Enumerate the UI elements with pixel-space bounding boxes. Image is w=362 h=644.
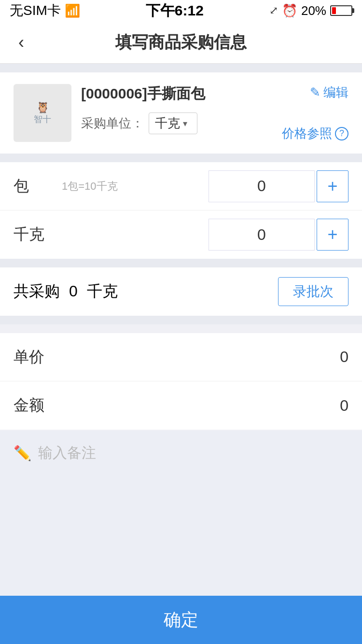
package-plus-icon: + [327,176,337,196]
battery-text: 20% [301,3,326,18]
edit-button[interactable]: ✎ 编辑 [310,84,348,101]
product-card: 🦉 智十 [0000006]手撕面包 采购单位： 千克 ▾ ✎ 编辑 价格参照 … [0,72,362,154]
unit-label: 采购单位： [81,115,144,132]
confirm-button[interactable]: 确定 [0,596,362,644]
total-value: 0 [69,282,78,300]
package-input-row: 包 1包=10千克 0 + [0,162,362,210]
package-value-box[interactable]: 0 [209,170,315,202]
total-row: 共采购 0 千克 录批次 [0,267,362,316]
location-icon: ⤢ [269,4,278,17]
kg-plus-icon: + [327,224,337,245]
unit-price-value: 0 [340,348,348,366]
package-plus-button[interactable]: + [317,170,348,202]
logo-text: 智十 [34,115,51,124]
nav-bar: ‹ 填写商品采购信息 [0,21,362,64]
unit-select[interactable]: 千克 ▾ [149,112,197,134]
product-image: 🦉 智十 [14,84,71,142]
kg-value-box[interactable]: 0 [209,219,315,251]
unit-value: 千克 [155,115,180,132]
wifi-icon: 📶 [65,3,80,18]
edit-icon: ✎ [310,85,320,100]
amount-row: 金额 0 [0,381,362,430]
price-section: 单价 0 金额 0 [0,333,362,430]
remark-section[interactable]: ✏️ 输入备注 [0,431,362,476]
package-value: 0 [257,177,266,195]
amount-label: 金额 [14,395,44,416]
mid-separator-3 [0,316,362,324]
product-logo: 🦉 智十 [34,102,51,124]
total-unit: 千克 [87,282,118,300]
product-name: [0000006]手撕面包 [81,84,348,104]
battery-icon [330,5,352,16]
status-left: 无SIM卡 📶 [10,1,80,20]
mid-separator-2 [0,259,362,267]
batch-button[interactable]: 录批次 [278,277,348,306]
status-right: ⤢ ⏰ 20% [269,3,352,18]
back-button[interactable]: ‹ [14,28,29,57]
status-time: 下午6:12 [146,1,204,21]
page-title: 填写商品采购信息 [115,31,247,54]
alarm-icon: ⏰ [282,3,297,18]
kg-value: 0 [257,226,266,244]
amount-value: 0 [340,397,348,415]
remark-placeholder: 输入备注 [38,443,96,463]
edit-label: 编辑 [323,84,348,101]
package-number-input: 0 + [209,170,348,202]
dropdown-arrow-icon: ▾ [183,118,187,129]
price-ref-button[interactable]: 价格参照 ? [282,125,348,142]
total-label: 共采购 0 千克 [14,281,118,302]
kg-label: 千克 [14,224,52,245]
total-label-text: 共采购 [14,282,60,300]
kg-number-input: 0 + [209,219,348,251]
help-icon: ? [335,127,348,140]
status-bar: 无SIM卡 📶 下午6:12 ⤢ ⏰ 20% [0,0,362,21]
mid-separator-1 [0,154,362,162]
input-section: 包 1包=10千克 0 + 千克 0 + [0,162,362,259]
carrier-text: 无SIM卡 [10,1,61,20]
package-sublabel: 1包=10千克 [62,179,118,194]
package-label: 包 [14,176,52,197]
price-ref-label: 价格参照 [282,125,332,142]
pencil-icon: ✏️ [14,445,31,462]
unit-price-label: 单价 [14,347,44,368]
unit-price-row: 单价 0 [0,333,362,381]
kg-input-row: 千克 0 + [0,210,362,259]
top-separator [0,64,362,72]
kg-plus-button[interactable]: + [317,219,348,251]
